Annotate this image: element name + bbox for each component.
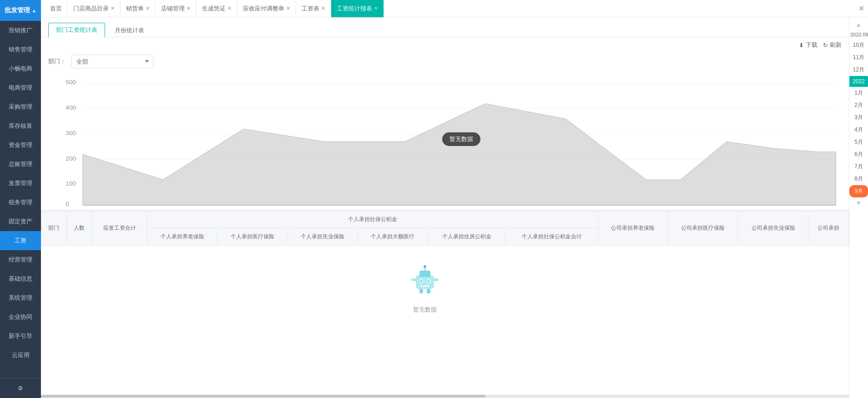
inner-content: 部门工资统计表 月份统计表 ⬇ 下载 ↻ 刷新 部门： [41,17,849,398]
chart-area: 500 400 300 200 100 0 [41,74,849,210]
sidebar-title[interactable]: 批发管理 ▲ [0,0,41,21]
sub-tabs: 部门工资统计表 月份统计表 [41,17,849,37]
timeline-month-sep[interactable]: 9月 [849,185,868,197]
th-personal-medical: 个人承担医疗保险 [217,228,288,246]
tab-sales-order[interactable]: 销货单 ✕ [121,0,156,17]
refresh-button[interactable]: ↻ 刷新 [823,41,842,49]
sidebar-item-enterprise[interactable]: 企业协同 [0,307,41,327]
download-icon: ⬇ [799,42,804,49]
svg-text:400: 400 [66,105,76,111]
tab-close-icon[interactable]: ✕ [227,5,232,11]
timeline-panel: ▲ 2022.09 10月 11月 12月 2022 1月 2月 3月 4月 [849,17,868,398]
tab-payroll-report[interactable]: 工资统计报表 ✕ [331,0,384,17]
data-table: 部门 人数 应发工资合计 个人承担社保公积金 公司承担养老保险 公司承担医疗保险… [41,211,849,332]
sidebar-settings-icon[interactable]: ⚙ [0,378,41,398]
timeline-month-mar[interactable]: 3月 [849,111,868,124]
tab-close-icon[interactable]: ✕ [146,5,150,11]
sidebar-item-invoice[interactable]: 发票管理 [0,174,41,193]
th-department: 部门 [41,211,67,246]
tab-ap-adjust[interactable]: 应收应付调整单 ✕ [237,0,296,17]
timeline-up-arrow[interactable]: ▲ [854,19,864,30]
tab-bar-end: ✕ [858,4,864,13]
svg-rect-21 [433,278,439,281]
table-wrapper[interactable]: 部门 人数 应发工资合计 个人承担社保公积金 公司承担养老保险 公司承担医疗保险… [41,210,849,394]
scroll-thumb[interactable] [41,395,485,398]
svg-point-17 [420,280,422,282]
timeline-month-jul[interactable]: 7月 [849,161,868,173]
sidebar-item-tax[interactable]: 税务管理 [0,193,41,212]
timeline-down-arrow[interactable]: ▼ [854,197,864,208]
sidebar-item-salary[interactable]: 工资 [0,231,41,250]
tab-close-icon[interactable]: ✕ [187,5,191,11]
sidebar-item-purchase[interactable]: 采购管理 [0,97,41,116]
scroll-track [41,395,849,398]
department-select[interactable]: 全部 [71,55,153,68]
tab-close-icon-active[interactable]: ✕ [374,5,378,11]
sidebar-item-finance[interactable]: 资金管理 [0,136,41,155]
download-button[interactable]: ⬇ 下载 [799,41,818,49]
timeline-year-2022-badge[interactable]: 2022 [849,76,868,87]
sidebar-item-ecommerce[interactable]: 电商管理 [0,78,41,97]
sidebar-item-sales[interactable]: 销售管理 [0,40,41,59]
content-area: 部门工资统计表 月份统计表 ⬇ 下载 ↻ 刷新 部门： [41,17,868,398]
tab-bar-close-button[interactable]: ✕ [858,4,864,13]
tab-home[interactable]: 首页 [45,0,68,17]
filter-label: 部门： [48,57,66,65]
timeline-month-feb[interactable]: 2月 [849,99,868,111]
th-company-medical: 公司承担医疗保险 [668,211,738,246]
sidebar-item-ecommerce-small[interactable]: 小畅电商 [0,59,41,78]
th-personal-housing-fund: 个人承担住房公积金 [428,228,505,246]
empty-text: 暂无数据 [413,306,437,314]
svg-text:0: 0 [66,201,69,207]
tab-payroll[interactable]: 工资表 ✕ [296,0,331,17]
svg-text:300: 300 [66,130,76,136]
sub-tab-department[interactable]: 部门工资统计表 [48,23,105,37]
refresh-icon: ↻ [823,42,828,49]
sidebar-item-basic-info[interactable]: 基础信息 [0,269,41,288]
timeline-month-apr[interactable]: 4月 [849,124,868,136]
tab-close-icon[interactable]: ✕ [321,5,325,11]
timeline-month-may[interactable]: 5月 [849,136,868,148]
empty-state: 暂无数据 [41,246,808,332]
main-area: 首页 门店商品目录 ✕ 销货单 ✕ 店铺管理 ✕ 生成凭证 ✕ 应收应付调整单 … [41,0,868,398]
svg-rect-22 [419,289,423,293]
th-personal-major-medical: 个人承担大额医疗 [358,228,428,246]
sidebar-item-newuser[interactable]: 新手引导 [0,327,41,346]
timeline-month-aug[interactable]: 8月 [849,173,868,185]
svg-point-18 [428,280,429,282]
svg-marker-12 [83,104,836,205]
sidebar-item-marketing[interactable]: 营销推广 [0,21,41,40]
tab-product-catalog[interactable]: 门店商品目录 ✕ [68,0,121,17]
chart-table-wrapper: 500 400 300 200 100 0 [41,74,849,398]
horizontal-scrollbar[interactable] [41,394,849,398]
timeline-month-jun[interactable]: 6月 [849,148,868,161]
th-gross-salary: 应发工资合计 [92,211,147,246]
sidebar-item-assets[interactable]: 固定资产 [0,212,41,231]
sidebar-item-ledger[interactable]: 总账管理 [0,155,41,174]
tab-close-icon[interactable]: ✕ [286,5,290,11]
tab-store-manage[interactable]: 店铺管理 ✕ [156,0,197,17]
sidebar-item-inventory[interactable]: 库存核算 [0,116,41,136]
timeline-month-dec[interactable]: 12月 [849,64,868,76]
sidebar-item-system[interactable]: 系统管理 [0,288,41,307]
timeline-month-oct[interactable]: 10月 [849,39,868,51]
timeline-year-label: 2022.09 [849,30,868,39]
filter-bar: 部门： 全部 [41,53,849,74]
th-personal-pension: 个人承担养老保险 [147,228,217,246]
sidebar-item-management[interactable]: 经营管理 [0,250,41,269]
svg-text:100: 100 [66,181,76,187]
th-personal-total: 个人承担社保公积金合计 [505,228,598,246]
svg-rect-19 [420,285,429,287]
sub-tab-monthly[interactable]: 月份统计表 [107,23,152,37]
tab-close-icon[interactable]: ✕ [111,5,115,11]
th-company-other: 公司承担 [808,211,849,246]
sidebar-title-arrow-icon: ▲ [32,8,36,13]
th-personal-unemployment: 个人承担失业保险 [288,228,358,246]
svg-rect-20 [411,278,417,281]
timeline-month-jan[interactable]: 1月 [849,87,868,99]
timeline-month-nov[interactable]: 11月 [849,51,868,64]
th-personal-social-group: 个人承担社保公积金 [147,211,598,228]
empty-icon [407,264,443,300]
tab-generate-voucher[interactable]: 生成凭证 ✕ [197,0,237,17]
sidebar-item-cloud[interactable]: 云应用 [0,346,41,365]
